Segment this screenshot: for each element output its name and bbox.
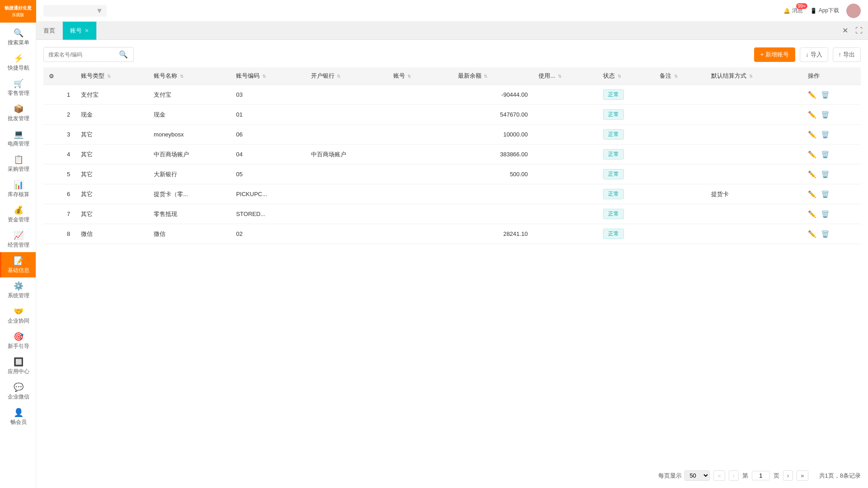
add-account-button[interactable]: + 新增账号 [754,47,795,62]
app-download-button[interactable]: 📱 App下载 [810,7,839,14]
pagination: 每页显示 50 20 100 « ‹ 第 页 › » 共1页，8条记录 [43,465,861,481]
page-prev-btn[interactable]: ‹ [729,470,739,481]
top-header-right: 🔔 消息 99+ 📱 App下载 [783,4,861,18]
row-usage [533,105,598,125]
page-last-btn[interactable]: » [797,470,808,481]
page-next-btn[interactable]: › [783,470,793,481]
finance-icon: 💰 [14,205,24,215]
account-search-box[interactable]: 🔍 [43,47,134,62]
sidebar-item-basic[interactable]: 📝 基础信息 [0,252,36,277]
sidebar-item-search[interactable]: 🔍 搜索菜单 [0,24,36,50]
delete-icon[interactable]: 🗑️ [821,150,830,159]
col-header-bank[interactable]: 开户银行 ⇅ [306,67,388,85]
sidebar-item-enterprise-label: 企业协同 [8,317,29,325]
edit-icon[interactable]: ✏️ [808,170,816,178]
tab-close-btn[interactable]: ✕ [840,24,850,37]
account-search-input[interactable] [48,52,116,58]
col-header-usage[interactable]: 使用... ⇅ [533,67,598,85]
import-button[interactable]: ↓ 导入 [800,47,828,62]
sidebar-item-retail[interactable]: 🛒 零售管理 [0,75,36,100]
edit-icon[interactable]: ✏️ [808,131,816,139]
sidebar-item-purchase[interactable]: 📋 采购管理 [0,151,36,176]
col-header-note[interactable]: 备注 ⇅ [654,67,706,85]
sidebar-item-member[interactable]: 👤 畅会员 [0,404,36,429]
sidebar-item-appstore[interactable]: 🔲 应用中心 [0,353,36,379]
col-header-type[interactable]: 账号类型 ⇅ [75,67,148,85]
sidebar-item-wholesale[interactable]: 📦 批发管理 [0,100,36,126]
row-actions: ✏️ 🗑️ [802,204,861,224]
sidebar-item-system[interactable]: ⚙️ 系统管理 [0,277,36,303]
delete-icon[interactable]: 🗑️ [821,190,830,198]
content-area: 🔍 + 新增账号 ↓ 导入 ↑ 导出 [36,40,868,488]
delete-icon[interactable]: 🗑️ [821,230,830,238]
top-search-box[interactable]: ▼ [43,5,107,17]
logo-subtext: 乐观版 [12,12,24,18]
row-usage [533,164,598,184]
tab-account-label: 账号 [70,27,82,35]
tab-account-close[interactable]: ✕ [85,28,89,34]
row-balance: 500.00 [453,164,533,184]
user-avatar[interactable] [846,4,861,18]
col-header-settings[interactable]: ⚙ [43,67,61,85]
sidebar-item-finance[interactable]: 💰 资金管理 [0,202,36,227]
delete-icon[interactable]: 🗑️ [821,111,830,119]
row-actions: ✏️ 🗑️ [802,184,861,204]
row-usage [533,224,598,244]
edit-icon[interactable]: ✏️ [808,91,816,99]
row-bank [306,105,388,125]
action-icons: ✏️ 🗑️ [808,111,855,119]
table-row: 8 微信 微信 02 28241.10 正常 ✏️ 🗑️ [43,224,861,244]
row-name: 大新银行 [148,164,231,184]
col-header-code[interactable]: 账号编码 ⇅ [231,67,305,85]
delete-icon[interactable]: 🗑️ [821,210,830,218]
sort-icon-status: ⇅ [618,74,621,79]
page-first-btn[interactable]: « [713,470,725,481]
sidebar-item-wechat[interactable]: 💬 企业微信 [0,379,36,404]
bell-icon: 🔔 [783,8,790,14]
edit-icon[interactable]: ✏️ [808,111,816,119]
row-balance [453,184,533,204]
row-num: 1 [61,85,75,105]
col-header-default[interactable]: 默认结算方式 ⇅ [706,67,802,85]
page-size-dropdown[interactable]: 50 20 100 [684,470,710,481]
sidebar-item-inventory[interactable]: 📊 库存核算 [0,176,36,202]
notification-button[interactable]: 🔔 消息 99+ [783,7,803,14]
edit-icon[interactable]: ✏️ [808,190,816,198]
delete-icon[interactable]: 🗑️ [821,170,830,178]
sidebar-item-ecommerce[interactable]: 💻 电商管理 [0,126,36,151]
sidebar-item-guide[interactable]: 🎯 新手引导 [0,328,36,353]
edit-icon[interactable]: ✏️ [808,210,816,218]
tab-maximize-btn[interactable]: ⛶ [854,25,864,37]
sidebar-item-wechat-label: 企业微信 [8,393,29,401]
row-type: 其它 [75,125,148,145]
row-balance [453,204,533,224]
sidebar-item-operation[interactable]: 📈 经营管理 [0,227,36,252]
edit-icon[interactable]: ✏️ [808,150,816,159]
row-type: 其它 [75,204,148,224]
delete-icon[interactable]: 🗑️ [821,91,830,99]
col-header-account[interactable]: 账号 ⇅ [388,67,453,85]
row-bank [306,204,388,224]
page-input[interactable] [752,471,770,480]
row-name: 支付宝 [148,85,231,105]
row-num: 4 [61,145,75,164]
import-icon: ↓ [806,51,809,58]
row-note [654,224,706,244]
edit-icon[interactable]: ✏️ [808,230,816,238]
col-header-status[interactable]: 状态 ⇅ [598,67,654,85]
row-usage [533,184,598,204]
sidebar-item-enterprise[interactable]: 🤝 企业协同 [0,303,36,328]
tab-home[interactable]: 首页 [36,22,63,40]
row-balance: 547670.00 [453,105,533,125]
row-note [654,85,706,105]
account-search-icon[interactable]: 🔍 [119,50,128,59]
tab-account[interactable]: 账号 ✕ [63,22,97,40]
col-header-balance[interactable]: 最新余额 ⇅ [453,67,533,85]
export-button[interactable]: ↑ 导出 [833,47,861,62]
sidebar-item-shortcut[interactable]: ⚡ 快捷导航 [0,50,36,75]
sidebar-item-inventory-label: 库存核算 [8,191,29,198]
col-header-name[interactable]: 账号名称 ⇅ [148,67,231,85]
row-code: 02 [231,224,305,244]
delete-icon[interactable]: 🗑️ [821,131,830,139]
top-search-input[interactable] [48,8,93,14]
